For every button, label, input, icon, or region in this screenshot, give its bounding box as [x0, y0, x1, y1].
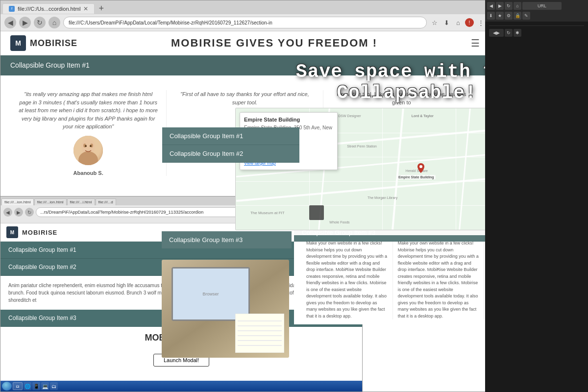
win-sys-1[interactable]: 🌐	[24, 382, 31, 390]
right-tool-5[interactable]: ✎	[522, 12, 530, 20]
right-icon-1[interactable]: ◀	[487, 2, 495, 10]
right-extra-2[interactable]: ↻	[505, 29, 513, 37]
win-sys-2[interactable]: 📱	[32, 382, 40, 390]
reload-btn[interactable]: ↻	[34, 17, 46, 28]
windows-taskbar: 🗂 🌐 📱 💻 🗂	[0, 381, 362, 392]
right-tool-1[interactable]: ⬇	[487, 12, 495, 20]
author-name: Abanoub S.	[18, 170, 159, 176]
svg-point-6	[419, 165, 422, 168]
svg-point-1	[78, 151, 98, 165]
laptop-area: Browser	[162, 260, 289, 358]
second-acc-2-label: Collapsible Group Item #2	[8, 264, 76, 270]
tab-bar: f file:///C:/Us...ccordion.html ✕ +	[0, 0, 490, 14]
tab-favicon: f	[9, 6, 15, 12]
avatar-face	[74, 136, 103, 165]
right-tool-3[interactable]: ⚙	[505, 12, 513, 20]
right-mini-chrome: ◀ ▶ ↻ ⌂ URL ⬇ ★ ⚙ 🔒 ✎	[485, 0, 588, 22]
tab-label: file:///C:/Us...ccordion.html	[18, 6, 80, 12]
browser-tab-active[interactable]: f file:///C:/Us...ccordion.html ✕	[2, 3, 95, 14]
second-acc-3-label: Collapsible Group Item #3	[8, 315, 76, 321]
right-icon-5[interactable]: URL	[522, 2, 562, 10]
testimonial-1: "its really very amazing app that makes …	[10, 90, 167, 176]
second-back-btn[interactable]: ◀	[3, 208, 12, 217]
svg-point-4	[85, 145, 87, 147]
logo-icon: M	[10, 35, 26, 51]
right-tool-2[interactable]: ★	[496, 12, 504, 20]
hamburger-menu[interactable]: ☰	[471, 37, 480, 49]
second-brand-name: MOBIRISE	[22, 229, 57, 236]
second-url-text: ...rs/DreamPiF/AppData/Local/Temp/Mobiri…	[40, 210, 203, 215]
content-col-2: Make your own website in a few clicks! M…	[393, 240, 485, 319]
main-accordion: Collapsible Group Item #1 Collapsible Gr…	[162, 127, 299, 163]
accordion-item-1-label: Collapsible Group Item #1	[10, 61, 90, 69]
win-btn-icon-1: 🗂	[16, 384, 20, 389]
avatar-1	[74, 136, 103, 165]
svg-point-5	[90, 145, 92, 147]
right-toolbar-icons: ⬇ ★ ⚙ 🔒 ✎	[487, 12, 586, 20]
second-reload-btn[interactable]: ↻	[25, 208, 34, 217]
toolbar-icons: ☆ ⬇ ⌂ ! ⋮	[430, 18, 486, 27]
new-tab-btn[interactable]: +	[95, 4, 108, 13]
url-text: file:///C:/Users/DreamPiF/AppData/Local/…	[69, 20, 272, 25]
floating-acc-item-3[interactable]: Collapsible Group Item #3	[162, 231, 292, 248]
browser-chrome: f file:///C:/Us...ccordion.html ✕ + ◀ ▶ …	[0, 0, 490, 31]
notebook-lines	[235, 314, 284, 353]
download-icon[interactable]: ⬇	[441, 18, 451, 27]
second-acc-1-label: Collapsible Group Item #1	[8, 246, 76, 253]
main-acc-2-label: Collapsible Group Item #2	[170, 150, 243, 157]
tab-close-btn[interactable]: ✕	[83, 5, 88, 12]
mobirise-logo: M MOBIRISE	[10, 35, 77, 51]
right-tool-4[interactable]: 🔒	[514, 12, 521, 20]
bookmark-icon[interactable]: ☆	[430, 18, 440, 27]
brand-name: MOBIRISE	[30, 38, 77, 49]
win-sys-4[interactable]: 🗂	[50, 382, 58, 390]
win-sys-3[interactable]: 💻	[41, 382, 49, 390]
mobirise-header: M MOBIRISE MOBIRISE GIVES YOU FREEDOM ! …	[0, 31, 490, 55]
home-icon2[interactable]: ⌂	[453, 18, 463, 27]
testimonial-1-text: "its really very amazing app that makes …	[18, 90, 159, 131]
floating-acc-3-label: Collapsible Group Item #3	[169, 236, 243, 244]
right-divider	[489, 25, 584, 26]
laptop-screen: Browser	[172, 267, 250, 321]
right-icon-4[interactable]: ⌂	[514, 2, 521, 10]
forward-btn[interactable]: ▶	[19, 17, 31, 28]
second-tab-4[interactable]: file:///...d	[96, 198, 116, 205]
win-taskbar-btn-1[interactable]: 🗂	[13, 382, 23, 390]
address-bar: ◀ ▶ ↻ ⌂ file:///C:/Users/DreamPiF/AppDat…	[0, 14, 490, 31]
main-acc-1-label: Collapsible Group Item #1	[170, 132, 243, 140]
right-icon-row: ◀▶ ↻ ✱	[489, 29, 584, 37]
second-forward-btn[interactable]: ▶	[14, 208, 23, 217]
map-place-name: Empire State Building	[244, 117, 333, 122]
right-icon-3[interactable]: ↻	[505, 2, 513, 10]
right-icon-2[interactable]: ▶	[496, 2, 504, 10]
url-input[interactable]: file:///C:/Users/DreamPiF/AppData/Local/…	[63, 17, 427, 28]
right-extra-1[interactable]: ◀▶	[489, 29, 504, 37]
main-title: MOBIRISE GIVES YOU FREEDOM !	[171, 37, 377, 49]
laptop-background: Browser	[162, 260, 289, 358]
back-btn[interactable]: ◀	[4, 17, 16, 28]
second-tab-1[interactable]: file:///...ion.html	[1, 198, 34, 205]
main-acc-item-2[interactable]: Collapsible Group Item #2	[162, 145, 299, 163]
logo-letter: M	[15, 39, 21, 47]
extension-icon[interactable]: !	[465, 18, 474, 27]
home-btn[interactable]: ⌂	[49, 17, 60, 28]
content-col-1-text: Make your own website in a few clicks! M…	[306, 241, 387, 318]
main-acc-item-1[interactable]: Collapsible Group Item #1	[162, 127, 299, 145]
right-mini-icons: ◀ ▶ ↻ ⌂ URL	[487, 2, 586, 10]
content-col-1: Make your own website in a few clicks! M…	[301, 240, 393, 319]
svg-rect-7	[235, 314, 284, 353]
more-icon[interactable]: ⋮	[476, 18, 486, 27]
second-tab-2[interactable]: file:///...ion.html	[34, 198, 67, 205]
windows-start-orb[interactable]	[2, 382, 12, 391]
second-tab-3[interactable]: file:///...i.html	[67, 198, 95, 205]
second-logo-letter: M	[10, 230, 14, 235]
right-browser-sidebar: ◀ ▶ ↻ ⌂ URL ⬇ ★ ⚙ 🔒 ✎ ◀▶ ↻ ✱	[485, 0, 588, 392]
second-logo-icon: M	[6, 226, 18, 238]
right-extra-3[interactable]: ✱	[514, 29, 521, 37]
right-content: ◀▶ ↻ ✱	[485, 22, 588, 43]
content-col-2-text: Make your own website in a few clicks! M…	[398, 241, 479, 318]
